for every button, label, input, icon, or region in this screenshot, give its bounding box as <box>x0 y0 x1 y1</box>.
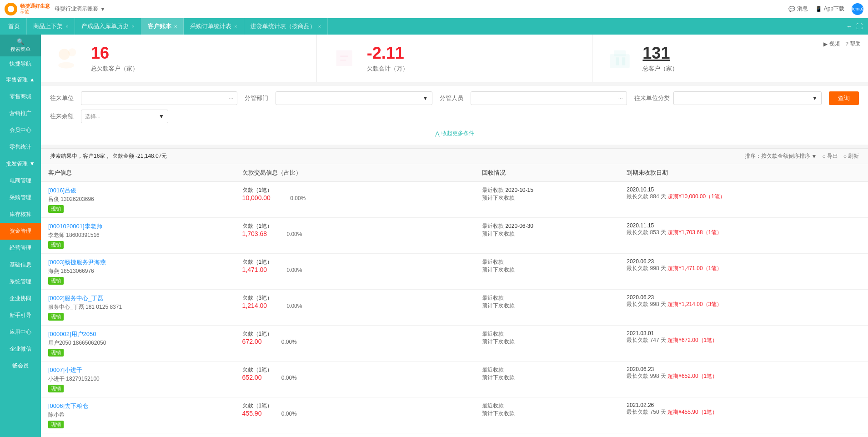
recovery-cell-3: 最近收款 预计下次收款 <box>475 290 619 326</box>
sidebar-quick-nav[interactable]: 快捷导航 <box>0 56 41 71</box>
summary-cards: 16 总欠款客户（家） -2.11 欠款合计（万） <box>41 35 868 82</box>
filter-category-select[interactable]: ▼ <box>673 91 822 105</box>
tab-production-history-close[interactable]: × <box>131 24 134 29</box>
sidebar-item-label: 系统管理 <box>10 278 31 285</box>
sidebar-item-finance[interactable]: 资金管理 <box>0 223 41 240</box>
tab-purchase-order[interactable]: 采购订单统计表 × <box>184 18 244 35</box>
due-date-3: 2020.06.23 <box>627 294 861 301</box>
due-date-cell-5: 2020.06.23 最长欠款 998 天 超期¥652.00（1笔） <box>619 362 868 397</box>
help-btn[interactable]: ? 帮助 <box>845 40 861 48</box>
collapse-btn[interactable]: ⋀ 收起更多条件 <box>50 128 859 139</box>
owe-percent-1: 0.00% <box>286 231 302 237</box>
app-download-btn[interactable]: 📱 App下载 <box>815 5 844 13</box>
sidebar-item-label: 资金管理 <box>10 228 31 234</box>
overdue-link-4[interactable]: 超期¥672.00（1笔） <box>667 337 717 343</box>
tab-customer-account[interactable]: 客户账本 × <box>141 18 184 35</box>
customer-name-1[interactable]: [0001020001]李老师 <box>48 223 102 230</box>
customer-name-0[interactable]: [0016]吕俊 <box>48 187 76 194</box>
collapse-label: 收起更多条件 <box>442 130 474 137</box>
due-date-4: 2021.03.01 <box>627 330 861 337</box>
owe-info-cell-0: 欠款（1笔） 10,000.00 0.00% <box>235 182 475 218</box>
sidebar-item-enterprise-wechat[interactable]: 企业微信 <box>0 341 41 357</box>
owe-percent-4: 0.00% <box>281 339 297 345</box>
owe-percent-0: 0.00% <box>290 195 306 201</box>
tab-prev-icon[interactable]: ← <box>846 23 853 30</box>
customer-sub-3: 服务中心_丁磊 181 0125 8371 <box>48 303 228 311</box>
due-date-cell-2: 2020.06.23 最长欠款 998 天 超期¥1,471.00（1笔） <box>619 254 868 290</box>
sidebar-item-marketing[interactable]: 营销推广 <box>0 105 41 122</box>
user-avatar[interactable]: demo2 <box>852 3 863 15</box>
sidebar-item-enterprise-collab[interactable]: 企业协同 <box>0 290 41 307</box>
customer-sub-0: 吕俊 13026203696 <box>48 196 228 203</box>
customer-sub-4: 用户2050 18665062050 <box>48 339 228 347</box>
customer-sub-5: 小进干 18279152100 <box>48 375 228 383</box>
filter-person-input[interactable]: ··· <box>471 91 627 105</box>
customer-name-5[interactable]: [0007]小进干 <box>48 367 82 373</box>
export-btn[interactable]: ○ 导出 <box>823 152 838 160</box>
overdue-link-0[interactable]: 超期¥10,000.00（1笔） <box>667 193 725 200</box>
industry-selector[interactable]: 母婴行业演示账套 ▼ <box>55 5 105 13</box>
overdue-info-4: 最长欠款 747 天 超期¥672.00（1笔） <box>627 337 861 344</box>
sidebar-item-retail-management[interactable]: 零售管理 ▲ <box>0 71 41 88</box>
filter-item-dept: 分管部门 ▼ <box>245 91 432 105</box>
chevron-down-icon: ▼ <box>812 153 817 160</box>
message-btn[interactable]: 💬 消息 <box>788 5 808 13</box>
chevron-icon: ▲ <box>30 76 35 83</box>
customer-name-2[interactable]: [0003]畅捷服务尹海燕 <box>48 259 106 266</box>
filter-category-label: 往来单位分类 <box>634 94 670 102</box>
overdue-info-3: 最长欠款 998 天 超期¥1,214.00（3笔） <box>627 301 861 308</box>
filter-balance-select[interactable]: 选择... ▼ <box>81 110 168 123</box>
sidebar-item-newbie[interactable]: 新手引导 <box>0 307 41 324</box>
tab-purchase-order-close[interactable]: × <box>234 24 237 29</box>
overdue-link-2[interactable]: 超期¥1,471.00（1笔） <box>667 265 722 271</box>
customer-name-4[interactable]: [000002]用户2050 <box>48 331 96 337</box>
sidebar-item-label: 畅会员 <box>12 362 29 369</box>
customer-name-6[interactable]: [0006]去下粮仓 <box>48 402 88 409</box>
sidebar-item-business[interactable]: 经营管理 <box>0 240 41 256</box>
filter-vendor-input[interactable]: ··· <box>81 91 237 105</box>
customer-name-3[interactable]: [0002]服务中心_丁磊 <box>48 295 103 301</box>
filter-dept-select[interactable]: ▼ <box>276 91 432 105</box>
sidebar-search-btn[interactable]: 🔍 搜索菜单 <box>0 35 41 56</box>
overdue-link-5[interactable]: 超期¥652.00（1笔） <box>667 373 717 379</box>
tab-product-online[interactable]: 商品上下架 × <box>27 18 75 35</box>
search-btn[interactable]: 查询 <box>829 91 859 105</box>
tab-customer-account-close[interactable]: × <box>174 24 177 29</box>
card-icon-total <box>606 45 633 72</box>
overdue-link-1[interactable]: 超期¥1,703.68（1笔） <box>667 229 722 236</box>
sidebar-item-wholesale-management[interactable]: 批发管理 ▼ <box>0 156 41 172</box>
logo-area: 畅捷通好生意 示范 <box>5 3 50 15</box>
chevron-down-icon: ▼ <box>159 113 164 120</box>
tab-product-online-close[interactable]: × <box>65 24 68 29</box>
sidebar-item-label: 营销推广 <box>10 110 31 116</box>
sidebar-item-basic-info[interactable]: 基础信息 <box>0 256 41 273</box>
sort-select[interactable]: 排序：按欠款金额倒序排序 ▼ <box>745 152 817 160</box>
result-amount: 欠款金额 -21,148.07元 <box>112 153 167 159</box>
tab-goods-stats[interactable]: 进货单统计表（按商品） × <box>244 18 328 35</box>
overdue-link-3[interactable]: 超期¥1,214.00（3笔） <box>667 301 722 307</box>
video-btn[interactable]: ▶ 视频 <box>823 40 840 48</box>
due-date-5: 2020.06.23 <box>627 366 861 372</box>
sidebar-item-ecommerce[interactable]: 电商管理 <box>0 172 41 189</box>
owe-amount-3: 1,214.00 <box>242 302 267 309</box>
customer-sub-6: 陈小希 <box>48 411 228 419</box>
tab-production-history[interactable]: 产成品入库单历史 × <box>75 18 141 35</box>
sidebar-item-member-club[interactable]: 畅会员 <box>0 357 41 374</box>
logo-text: 畅捷通好生意 <box>20 3 50 9</box>
sidebar-item-app-center[interactable]: 应用中心 <box>0 324 41 341</box>
tab-goods-stats-close[interactable]: × <box>318 24 321 29</box>
sidebar-item-retail-stats[interactable]: 零售统计 <box>0 139 41 156</box>
tab-expand-icon[interactable]: ⛶ <box>856 23 863 30</box>
sidebar-item-inventory[interactable]: 库存核算 <box>0 206 41 223</box>
refresh-btn[interactable]: ○ 刷新 <box>843 152 859 160</box>
overdue-link-6[interactable]: 超期¥455.90（1笔） <box>667 409 717 415</box>
recovery-cell-0: 最近收款 2020-10-15 预计下次收款 <box>475 182 619 218</box>
sidebar-item-member-center[interactable]: 会员中心 <box>0 122 41 139</box>
sidebar-item-purchase[interactable]: 采购管理 <box>0 189 41 206</box>
sidebar-item-system[interactable]: 系统管理 <box>0 273 41 290</box>
tab-home[interactable]: 首页 <box>2 18 27 35</box>
collapse-icon: ⋀ <box>435 131 440 137</box>
overdue-info-2: 最长欠款 998 天 超期¥1,471.00（1笔） <box>627 265 861 272</box>
sidebar-item-retail-mall[interactable]: 零售商城 <box>0 88 41 105</box>
filter-area: 往来单位 ··· 分管部门 ▼ 分管人员 ··· <box>41 86 868 145</box>
